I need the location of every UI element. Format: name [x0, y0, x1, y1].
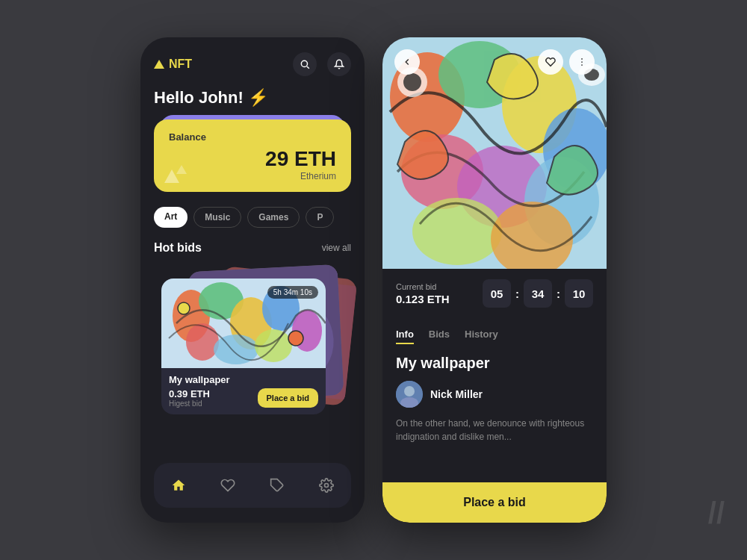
artist-avatar: [396, 381, 423, 408]
nft-timer: 5h 34m 10s: [267, 286, 318, 299]
lightning-emoji: ⚡: [248, 88, 268, 107]
logo-triangle-icon: [154, 60, 164, 69]
svg-point-40: [404, 386, 415, 396]
nft-card-highest-label: Higest bid: [169, 399, 210, 408]
detail-description: On the other hand, we denounce with righ…: [396, 417, 593, 444]
greeting: Hello John! ⚡: [154, 88, 351, 108]
svg-point-19: [288, 331, 303, 346]
balance-label: Balance: [169, 131, 336, 143]
category-tabs: Art Music Games P: [154, 207, 351, 228]
right-phone: Current bid 0.123 ETH 05 : 34 : 10 Info …: [382, 37, 607, 523]
category-tab-music[interactable]: Music: [193, 207, 241, 228]
detail-top-right: [538, 49, 595, 75]
header-icons: [293, 52, 351, 76]
timer-minutes: 34: [524, 279, 552, 308]
nft-card-front[interactable]: 5h 34m 10s My wallpaper 0.39 ETH Higest …: [161, 279, 326, 414]
nft-card-info: My wallpaper 0.39 ETH Higest bid Place a…: [161, 368, 326, 414]
nft-cards-stack: 5h 34m 10s My wallpaper 0.39 ETH Higest …: [154, 265, 351, 414]
app-logo: NFT: [154, 57, 192, 71]
current-bid-label: Current bid: [396, 282, 450, 291]
svg-point-21: [325, 484, 329, 488]
detail-tab-bids[interactable]: Bids: [429, 329, 450, 344]
hot-bids-title: Hot bids: [154, 241, 202, 255]
nav-settings[interactable]: [313, 472, 340, 499]
detail-top-actions: [394, 49, 595, 75]
svg-point-30: [412, 198, 502, 265]
category-tab-games[interactable]: Games: [247, 207, 300, 228]
artist-row: Nick Miller: [396, 381, 593, 408]
view-all-link[interactable]: view all: [322, 243, 351, 253]
nft-card-image: 5h 34m 10s: [161, 279, 326, 368]
balance-card-stack: Balance 29 ETH Etherium: [154, 119, 351, 192]
nav-tag[interactable]: [264, 472, 291, 499]
timer-display: 05 : 34 : 10: [483, 279, 593, 308]
nft-card-bid-row: 0.39 ETH Higest bid Place a bid: [169, 388, 318, 408]
svg-point-15: [186, 323, 219, 361]
svg-point-33: [403, 73, 421, 91]
svg-point-38: [581, 64, 583, 66]
nft-card-price-block: 0.39 ETH Higest bid: [169, 388, 210, 408]
place-bid-button-small[interactable]: Place a bid: [258, 388, 318, 408]
left-phone: NFT Hello John! ⚡: [140, 37, 365, 523]
detail-tab-info[interactable]: Info: [396, 329, 414, 344]
detail-title: My wallpaper: [396, 355, 593, 372]
background-decoration: //: [708, 497, 725, 530]
timer-sep-2: :: [557, 287, 560, 300]
detail-tab-history[interactable]: History: [465, 329, 498, 344]
category-tab-art[interactable]: Art: [154, 207, 187, 228]
balance-card: Balance 29 ETH Etherium: [154, 119, 351, 192]
bid-overlay: Current bid 0.123 ETH 05 : 34 : 10: [382, 269, 607, 318]
favorite-button[interactable]: [538, 49, 563, 75]
back-button[interactable]: [394, 49, 420, 75]
bottom-nav: [154, 463, 351, 508]
current-bid-block: Current bid 0.123 ETH: [396, 282, 450, 305]
nav-favorites[interactable]: [214, 472, 241, 499]
svg-point-37: [581, 61, 583, 63]
search-button[interactable]: [293, 52, 317, 76]
svg-point-36: [581, 58, 583, 60]
hot-bids-header: Hot bids view all: [154, 241, 351, 255]
timer-hours: 05: [483, 279, 511, 308]
place-bid-button-large[interactable]: Place a bid: [382, 482, 607, 523]
more-options-button[interactable]: [569, 49, 595, 75]
notification-button[interactable]: [327, 52, 351, 76]
timer-seconds: 10: [565, 279, 593, 308]
card-decoration-2: [176, 165, 187, 174]
category-tab-more[interactable]: P: [306, 207, 334, 228]
svg-line-1: [307, 66, 309, 69]
balance-amount: 29 ETH: [169, 147, 336, 171]
app-header: NFT: [154, 52, 351, 76]
timer-sep-1: :: [515, 287, 519, 300]
nft-card-title: My wallpaper: [169, 374, 318, 385]
balance-currency: Etherium: [169, 171, 336, 181]
nft-card-price: 0.39 ETH: [169, 388, 210, 399]
greeting-text: Hello John!: [154, 88, 244, 107]
current-bid-value: 0.123 ETH: [396, 293, 450, 305]
artist-name: Nick Miller: [430, 388, 483, 400]
nav-home[interactable]: [165, 472, 192, 499]
nft-detail-image: [382, 37, 607, 269]
svg-point-18: [178, 302, 190, 314]
svg-point-0: [301, 60, 307, 66]
logo-text: NFT: [169, 57, 192, 71]
detail-tabs: Info Bids History: [396, 329, 593, 344]
detail-content: Info Bids History My wallpaper Nick Mill…: [382, 318, 607, 482]
